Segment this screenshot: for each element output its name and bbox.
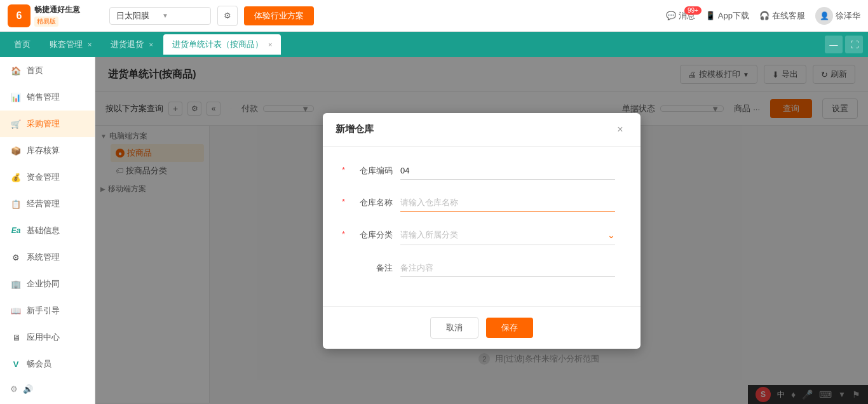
sidebar-item-apps-label: 应用中心 xyxy=(27,332,60,343)
sidebar: 🏠 首页 📊 销售管理 🛒 采购管理 📦 库存核算 💰 资金管理 📋 经营管理 … xyxy=(0,57,95,404)
sidebar-item-home-label: 首页 xyxy=(27,65,43,76)
notification-badge: 99+ xyxy=(684,6,702,15)
code-input[interactable] xyxy=(400,162,615,180)
cancel-button[interactable]: 取消 xyxy=(430,317,478,339)
sidebar-item-inventory[interactable]: 📦 库存核算 xyxy=(0,137,95,164)
name-label: 仓库名称 xyxy=(348,197,393,208)
main-layout: 🏠 首页 📊 销售管理 🛒 采购管理 📦 库存核算 💰 资金管理 📋 经营管理 … xyxy=(0,57,868,404)
tab-purchase-return-close[interactable]: × xyxy=(149,41,153,48)
message-icon: 💬 xyxy=(666,11,676,20)
sidebar-item-inventory-label: 库存核算 xyxy=(27,145,60,156)
tab-purchase-return[interactable]: 进货退货 × xyxy=(102,34,161,55)
content-area: 进货单统计(按商品) 🖨 按模板打印 ▼ ⬇ 导出 ↻ 刷新 xyxy=(95,57,868,404)
avatar: 👤 xyxy=(815,7,833,25)
sidebar-item-enterprise[interactable]: 🏢 企业协同 xyxy=(0,271,95,297)
header-right: 💬 消息 99+ 📱 App下载 🎧 在线客服 👤 徐泽华 xyxy=(666,7,860,25)
code-label: 仓库编码 xyxy=(348,165,393,177)
headset-icon: 🎧 xyxy=(759,11,770,20)
dialog-body: 仓库编码 仓库名称 仓库分类 请输入所属分类 ⌄ xyxy=(323,147,641,306)
apps-icon: 🖥 xyxy=(10,332,22,343)
app-download-item[interactable]: 📱 App下载 xyxy=(705,10,749,22)
top-header: 6 畅捷通好生意 精易版 日太阳膜 ▼ ⚙ 体验行业方案 💬 消息 99+ 📱 … xyxy=(0,0,868,32)
tab-minimize-btn[interactable]: — xyxy=(825,36,843,53)
tab-account-close[interactable]: × xyxy=(88,41,92,48)
dialog-add-warehouse: 新增仓库 × 仓库编码 仓库名称 xyxy=(323,113,641,349)
user-item[interactable]: 👤 徐泽华 xyxy=(815,7,860,25)
store-dropdown-arrow: ▼ xyxy=(162,12,204,19)
sidebar-item-guide-label: 新手引导 xyxy=(27,305,60,316)
sidebar-item-member[interactable]: V 畅会员 xyxy=(0,351,95,377)
form-row-name: 仓库名称 xyxy=(348,194,615,212)
system-icon: ⚙ xyxy=(10,252,22,263)
category-placeholder: 请输入所属分类 xyxy=(400,229,607,241)
trial-button[interactable]: 体验行业方案 xyxy=(244,6,314,25)
tab-purchase-stats-close[interactable]: × xyxy=(268,41,272,48)
messages-item[interactable]: 💬 消息 99+ xyxy=(666,10,695,22)
name-input[interactable] xyxy=(400,194,615,212)
sidebar-item-finance[interactable]: 💰 资金管理 xyxy=(0,164,95,191)
note-input[interactable] xyxy=(400,259,615,277)
tab-bar: 首页 账套管理 × 进货退货 × 进货单统计表（按商品） × — ⛶ xyxy=(0,32,868,57)
logo-icon: 6 xyxy=(8,4,31,27)
volume-icon[interactable]: 🔊 xyxy=(23,384,33,394)
tab-purchase-return-label: 进货退货 xyxy=(111,39,144,50)
sidebar-item-basic-label: 基础信息 xyxy=(27,225,60,236)
tab-bar-controls: — ⛶ xyxy=(825,36,863,53)
category-select[interactable]: 请输入所属分类 ⌄ xyxy=(400,226,615,245)
settings-button[interactable]: ⚙ xyxy=(217,6,238,26)
sidebar-item-system[interactable]: ⚙ 系统管理 xyxy=(0,244,95,271)
guide-icon: 📖 xyxy=(10,305,22,316)
finance-icon: 💰 xyxy=(10,172,22,183)
sidebar-item-system-label: 系统管理 xyxy=(27,252,60,263)
sidebar-item-guide[interactable]: 📖 新手引导 xyxy=(0,297,95,324)
phone-icon: 📱 xyxy=(705,11,715,20)
sidebar-item-member-label: 畅会员 xyxy=(27,358,51,370)
tab-home[interactable]: 首页 xyxy=(5,34,39,55)
logo-text: 畅捷通好生意 精易版 xyxy=(34,4,80,27)
tab-account-label: 账套管理 xyxy=(50,39,83,50)
online-service-item[interactable]: 🎧 在线客服 xyxy=(759,10,805,22)
dialog-header: 新增仓库 × xyxy=(323,113,641,147)
operations-icon: 📋 xyxy=(10,198,22,210)
member-icon: V xyxy=(10,358,22,370)
note-label: 备注 xyxy=(348,262,393,274)
sidebar-item-sales[interactable]: 📊 销售管理 xyxy=(0,84,95,111)
gear-icon: ⚙ xyxy=(224,11,231,20)
form-row-category: 仓库分类 请输入所属分类 ⌄ xyxy=(348,226,615,245)
enterprise-icon: 🏢 xyxy=(10,278,22,290)
dialog-title: 新增仓库 xyxy=(336,123,374,135)
sidebar-item-basic[interactable]: Ea 基础信息 xyxy=(0,217,95,244)
basic-icon: Ea xyxy=(10,225,22,236)
settings-bottom-icon[interactable]: ⚙ xyxy=(10,384,18,394)
tab-expand-btn[interactable]: ⛶ xyxy=(845,36,863,53)
user-icon: 👤 xyxy=(820,11,829,20)
sidebar-item-enterprise-label: 企业协同 xyxy=(27,278,60,290)
category-label: 仓库分类 xyxy=(348,229,393,241)
dialog-close-button[interactable]: × xyxy=(613,122,628,137)
logo-area: 6 畅捷通好生意 精易版 xyxy=(8,4,103,27)
dialog-overlay: 新增仓库 × 仓库编码 仓库名称 xyxy=(95,57,868,404)
sidebar-item-apps[interactable]: 🖥 应用中心 xyxy=(0,324,95,351)
home-icon: 🏠 xyxy=(10,65,22,76)
sales-icon: 📊 xyxy=(10,91,22,103)
sidebar-item-purchase-label: 采购管理 xyxy=(27,118,60,130)
category-dropdown-arrow: ⌄ xyxy=(607,230,615,240)
dialog-footer: 取消 保存 xyxy=(323,306,641,349)
tab-account[interactable]: 账套管理 × xyxy=(41,34,100,55)
form-row-code: 仓库编码 xyxy=(348,162,615,180)
store-selector[interactable]: 日太阳膜 ▼ xyxy=(109,7,211,25)
form-row-note: 备注 xyxy=(348,259,615,277)
tab-home-label: 首页 xyxy=(14,39,31,50)
sidebar-item-finance-label: 资金管理 xyxy=(27,172,60,183)
tab-purchase-stats-label: 进货单统计表（按商品） xyxy=(172,39,263,50)
sidebar-bottom: ⚙ 🔊 xyxy=(0,379,43,399)
sidebar-item-operations-label: 经营管理 xyxy=(27,198,60,210)
sidebar-item-purchase[interactable]: 🛒 采购管理 xyxy=(0,111,95,137)
save-button[interactable]: 保存 xyxy=(486,318,533,338)
sidebar-item-operations[interactable]: 📋 经营管理 xyxy=(0,191,95,217)
inventory-icon: 📦 xyxy=(10,145,22,156)
tab-purchase-stats[interactable]: 进货单统计表（按商品） × xyxy=(163,34,281,55)
purchase-icon: 🛒 xyxy=(10,118,22,130)
sidebar-item-home[interactable]: 🏠 首页 xyxy=(0,57,95,84)
sidebar-item-sales-label: 销售管理 xyxy=(27,91,60,103)
